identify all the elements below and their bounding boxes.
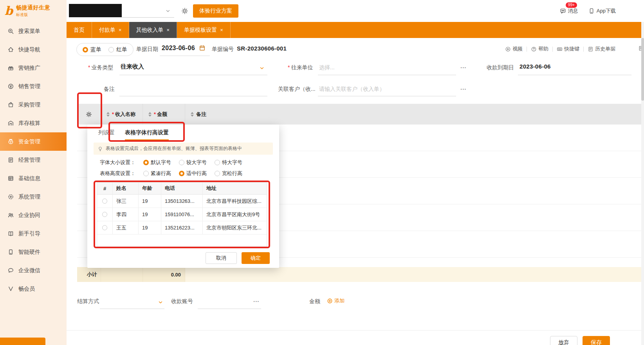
video-button[interactable]: 视频 — [505, 45, 523, 52]
bill-date-label: 单据日期 — [136, 46, 158, 53]
red-bill-radio[interactable]: 红单 — [108, 46, 127, 53]
scrollbar[interactable] — [641, 22, 644, 345]
sidebar-item-funds[interactable]: 资金管理 — [0, 132, 67, 151]
related-customer-picker-button[interactable]: ... — [460, 84, 467, 91]
sort-icon[interactable] — [191, 112, 194, 117]
save-button[interactable]: 保存 — [583, 336, 610, 345]
chevron-down-icon[interactable] — [165, 8, 171, 14]
close-icon[interactable]: × — [167, 27, 170, 33]
related-customer-underline — [318, 96, 456, 96]
help-button[interactable]: 帮助 — [531, 45, 548, 52]
sidebar-item-quick-nav[interactable]: 快捷导航 — [0, 40, 67, 59]
height-option-label: 宽松行高 — [222, 170, 242, 177]
height-option-medium[interactable]: 适中行高 — [179, 170, 207, 177]
cancel-button[interactable]: 取消 — [206, 252, 237, 264]
bill-date-value[interactable]: 2023-06-06 — [162, 45, 195, 52]
tab-font-row-height-settings[interactable]: 表格字体行高设置 — [125, 129, 169, 140]
app-download-label: App下载 — [597, 7, 616, 14]
sort-icon[interactable] — [106, 112, 110, 117]
height-option-loose[interactable]: 宽松行高 — [215, 170, 242, 177]
gear-icon[interactable] — [181, 7, 188, 14]
chevron-down-icon[interactable] — [158, 300, 163, 305]
sidebar-item-basic-info[interactable]: 基础信息 — [0, 169, 67, 188]
sidebar-item-collaboration[interactable]: 企业协同 — [0, 206, 67, 224]
sidebar-item-purchase[interactable]: 采购管理 — [0, 96, 67, 114]
radio-icon — [215, 171, 220, 176]
add-label: 添加 — [334, 297, 345, 304]
due-date-value[interactable]: 2023-06-06 — [520, 63, 551, 70]
radio-icon[interactable] — [102, 199, 107, 204]
counterparty-picker-button[interactable]: ... — [460, 63, 467, 69]
sidebar-item-system[interactable]: 系统管理 — [0, 188, 67, 206]
preview-row[interactable]: 张三 19 135013263... 北京市昌平科技园区综... — [97, 195, 267, 208]
preview-row[interactable]: 李四 19 159110076... 北京市昌平区南大街9号 — [97, 208, 267, 221]
logo-title: 畅捷通好生意 — [16, 4, 50, 11]
hotkeys-button[interactable]: 快捷键 — [557, 45, 579, 52]
sidebar-item-beginner-guide[interactable]: 新手引导 — [0, 224, 67, 243]
separator — [583, 47, 584, 52]
radio-icon[interactable] — [102, 212, 107, 217]
font-option-large[interactable]: 较大字号 — [179, 159, 207, 166]
column-header-income-name[interactable]: *收入名称 — [101, 104, 143, 125]
chevron-down-icon[interactable] — [259, 65, 265, 71]
preview-row[interactable]: 王五 19 135216223... 北京市朝阳区东三环北... — [97, 221, 267, 235]
preview-cell: 159110076... — [161, 208, 203, 221]
sidebar-item-smart-hardware[interactable]: 智能硬件 — [0, 243, 67, 261]
font-option-label: 特大字号 — [222, 159, 242, 166]
column-header-remark[interactable]: 备注 — [185, 104, 641, 125]
tab-other-income-bill[interactable]: 其他收入单 × — [129, 22, 177, 38]
history-bills-label: 历史单据 — [595, 45, 615, 52]
counterparty-select[interactable]: 选择... — [319, 64, 335, 71]
related-customer-input[interactable]: 请输入关联客户（收入单） — [319, 86, 385, 93]
home-icon — [7, 46, 14, 53]
experience-plan-button[interactable]: 体验行业方案 — [193, 4, 238, 18]
close-icon[interactable]: × — [220, 27, 223, 33]
height-option-compact[interactable]: 紧凑行高 — [143, 170, 171, 177]
sidebar-item-marketing[interactable]: 营销推广 — [0, 59, 67, 77]
business-type-value[interactable]: 往来收入 — [121, 63, 144, 70]
sort-icon[interactable] — [148, 112, 152, 117]
scrollbar-thumb[interactable] — [641, 38, 644, 101]
history-bills-button[interactable]: 历史单据 — [588, 45, 615, 52]
sidebar-item-sales[interactable]: 销售管理 — [0, 77, 67, 96]
red-bill-label: 红单 — [116, 46, 127, 53]
sidebar-item-label: 库存核算 — [18, 120, 40, 127]
confirm-button[interactable]: 确定 — [242, 252, 270, 264]
calendar-icon[interactable] — [199, 45, 206, 51]
sidebar-item-operations[interactable]: 经营管理 — [0, 151, 67, 169]
receiving-account-underline — [198, 309, 261, 309]
app-download-button[interactable]: App下载 — [588, 7, 616, 14]
bill-number-value[interactable]: SR-20230606-001 — [237, 45, 287, 52]
close-icon[interactable]: × — [119, 27, 122, 33]
bill-number-label: 单据编号 — [212, 46, 234, 53]
tab-payment-bill[interactable]: 付款单 × — [92, 22, 129, 38]
play-circle-icon — [505, 46, 511, 52]
separator — [552, 47, 553, 52]
sidebar-item-inventory[interactable]: 库存核算 — [0, 114, 67, 132]
org-name-redacted[interactable] — [69, 4, 122, 17]
sidebar-item-label: 采购管理 — [18, 101, 40, 108]
column-settings-gear[interactable] — [77, 104, 101, 125]
radio-icon[interactable] — [102, 225, 107, 230]
tab-column-settings[interactable]: 列设置 — [98, 129, 115, 140]
radio-checked-icon — [83, 47, 88, 52]
discard-button[interactable]: 放弃 — [550, 336, 577, 345]
messages-button[interactable]: 99+ 消息 — [560, 7, 578, 14]
sidebar-bottom-bar[interactable] — [0, 338, 45, 345]
required-mark: * — [88, 64, 90, 70]
tab-home[interactable]: 首页 — [67, 22, 92, 38]
blue-bill-radio[interactable]: 蓝单 — [83, 46, 101, 53]
column-header-amount[interactable]: *金额 — [143, 104, 185, 125]
font-option-default[interactable]: 默认字号 — [143, 159, 171, 166]
sidebar-item-search-menu[interactable]: 搜索菜单 — [0, 22, 67, 40]
font-option-extra-large[interactable]: 特大字号 — [215, 159, 242, 166]
sidebar-item-member[interactable]: 畅会员 — [0, 280, 67, 298]
radio-checked-icon — [179, 171, 184, 176]
font-size-label: 字体大小设置： — [100, 159, 135, 166]
counterparty-label: *往来单位 — [288, 64, 313, 71]
account-picker-button[interactable]: ... — [253, 296, 260, 303]
sidebar-item-wecom[interactable]: 企业微信 — [0, 261, 67, 280]
tab-template-settings[interactable]: 单据模板设置 × — [177, 22, 231, 38]
warehouse-icon — [7, 120, 14, 126]
add-settlement-button[interactable]: 添加 — [327, 297, 345, 304]
